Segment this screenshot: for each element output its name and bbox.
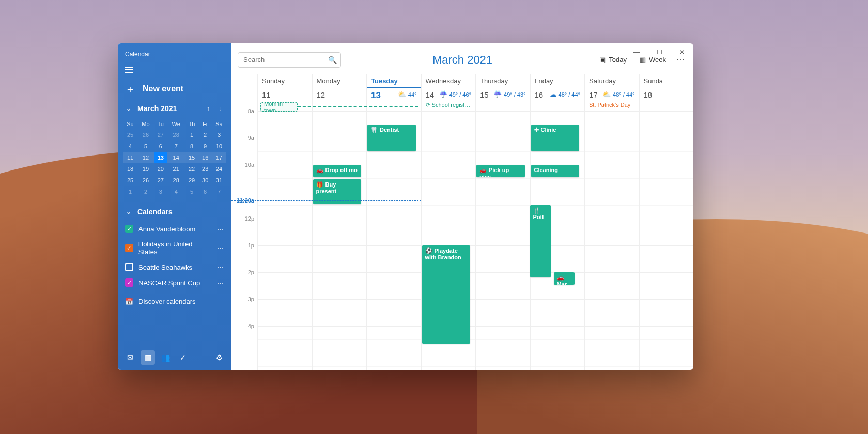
calendar-event[interactable]: 🍴Potl — [530, 205, 551, 277]
calendar-item[interactable]: ✓NASCAR Sprint Cup⋯ — [118, 275, 231, 290]
mini-day[interactable]: 1 — [185, 129, 199, 141]
mini-day[interactable]: 13 — [154, 152, 167, 163]
search-icon[interactable]: 🔍 — [328, 56, 337, 64]
next-month-button[interactable]: ↓ — [217, 105, 224, 112]
mini-day[interactable]: 27 — [154, 175, 167, 186]
mini-day[interactable]: 25 — [123, 175, 137, 186]
calendars-section-toggle[interactable]: ⌄ Calendars — [118, 203, 231, 221]
calendar-item[interactable]: ✓Holidays in United States⋯ — [118, 237, 231, 259]
mini-day[interactable]: 6 — [198, 186, 212, 197]
minimize-button[interactable]: — — [625, 43, 648, 61]
holiday-label[interactable]: ⟳ School registrati — [426, 102, 472, 109]
mini-calendar[interactable]: SuMoTuWeThFrSa25262728123456789101112131… — [118, 119, 231, 203]
mini-day[interactable]: 18 — [123, 163, 137, 175]
mini-day[interactable]: 4 — [123, 141, 137, 152]
calendar-event[interactable]: 🦷Dentist — [367, 125, 416, 151]
event-title: Dentist — [380, 127, 399, 133]
day-header: Saturday — [585, 74, 639, 88]
mini-day[interactable]: 7 — [167, 141, 185, 152]
checkbox-icon[interactable] — [125, 263, 133, 271]
hour-label: 1p — [248, 242, 254, 249]
mini-day[interactable]: 17 — [212, 152, 226, 163]
more-icon[interactable]: ⋯ — [217, 225, 224, 233]
calendar-item[interactable]: ✓Anna Vanderbloom⋯ — [118, 221, 231, 237]
discover-calendars-button[interactable]: 📅 Discover calendars — [118, 290, 231, 313]
date-number: 13 — [371, 88, 381, 101]
mini-day[interactable]: 23 — [198, 163, 212, 175]
mini-day[interactable]: 4 — [167, 186, 185, 197]
mail-icon[interactable]: ✉ — [123, 350, 137, 365]
mini-day[interactable]: 26 — [137, 175, 154, 186]
hour-label: 2p — [248, 269, 254, 275]
mini-day[interactable]: 25 — [123, 129, 137, 141]
mini-day[interactable]: 29 — [185, 175, 199, 186]
mini-day[interactable]: 6 — [154, 141, 167, 152]
mini-day[interactable]: 7 — [212, 186, 226, 197]
todo-icon[interactable]: ✓ — [176, 350, 190, 365]
new-event-label: New event — [143, 84, 183, 94]
day-column[interactable]: Monday12 — [312, 74, 367, 370]
mini-day[interactable]: 28 — [167, 129, 185, 141]
more-icon[interactable]: ⋯ — [217, 264, 224, 271]
calendar-event[interactable]: 🚗Drop off mo — [313, 165, 362, 177]
calendar-event[interactable]: ✚Clinic — [531, 125, 580, 151]
date-number: 17 — [589, 88, 598, 99]
mini-day[interactable]: 2 — [137, 186, 154, 197]
people-icon[interactable]: 👥 — [158, 350, 173, 365]
calendar-event[interactable]: Cleaning — [531, 165, 580, 177]
mini-day[interactable]: 28 — [167, 175, 185, 186]
day-column[interactable]: Saturday17⛅48° / 44°St. Patrick's Day — [584, 74, 639, 370]
event-icon: ✚ — [534, 127, 539, 133]
mini-day[interactable]: 11 — [123, 152, 137, 163]
mini-day[interactable]: 3 — [212, 129, 226, 141]
mini-day[interactable]: 14 — [167, 152, 185, 163]
search-input[interactable] — [238, 52, 341, 68]
mini-day[interactable]: 16 — [198, 152, 212, 163]
calendar-item[interactable]: Seattle Seahawks⋯ — [118, 259, 231, 275]
app-window: Calendar ＋ New event ⌄ March 2021 ↑ ↓ Su… — [118, 43, 693, 370]
mini-day[interactable]: 22 — [185, 163, 199, 175]
search-field[interactable]: 🔍 — [238, 52, 341, 68]
holiday-label[interactable]: St. Patrick's Day — [589, 102, 630, 108]
mini-day[interactable]: 8 — [185, 141, 199, 152]
mini-day[interactable]: 20 — [154, 163, 167, 175]
mini-day[interactable]: 24 — [212, 163, 226, 175]
checkbox-icon[interactable]: ✓ — [125, 244, 133, 252]
mini-day[interactable]: 10 — [212, 141, 226, 152]
chevron-down-icon[interactable]: ⌄ — [125, 105, 132, 112]
mini-day[interactable]: 2 — [198, 129, 212, 141]
maximize-button[interactable]: ☐ — [648, 43, 671, 61]
mini-day[interactable]: 26 — [137, 129, 154, 141]
mini-day[interactable]: 9 — [198, 141, 212, 152]
settings-icon[interactable]: ⚙ — [212, 350, 226, 365]
mini-day[interactable]: 3 — [154, 186, 167, 197]
more-icon[interactable]: ⋯ — [217, 279, 224, 287]
checkbox-icon[interactable]: ✓ — [125, 225, 133, 233]
mini-day[interactable]: 15 — [185, 152, 199, 163]
mini-day[interactable]: 30 — [198, 175, 212, 186]
more-icon[interactable]: ⋯ — [217, 244, 224, 252]
checkbox-icon[interactable]: ✓ — [125, 278, 133, 287]
day-column[interactable]: Sunday11 — [257, 74, 312, 370]
calendar-event[interactable]: ⚽Playdate with Brandon — [422, 245, 471, 344]
day-column[interactable]: Tuesday13⛅44° — [366, 74, 421, 370]
mini-day[interactable]: 12 — [137, 152, 154, 163]
mini-day[interactable]: 5 — [137, 141, 154, 152]
day-column[interactable]: Sunda18 — [639, 74, 694, 370]
close-button[interactable]: ✕ — [671, 43, 693, 61]
prev-month-button[interactable]: ↑ — [205, 105, 212, 112]
new-event-button[interactable]: ＋ New event — [118, 76, 231, 103]
mini-day[interactable]: 31 — [212, 175, 226, 186]
allday-event[interactable]: Mom in town — [260, 102, 298, 112]
mini-day[interactable]: 1 — [123, 186, 137, 197]
date-row: 17⛅48° / 44°St. Patrick's Day — [585, 88, 639, 111]
calendar-icon[interactable]: ▦ — [141, 350, 155, 365]
mini-day[interactable]: 27 — [154, 129, 167, 141]
mini-day[interactable]: 21 — [167, 163, 185, 175]
mini-day[interactable]: 5 — [185, 186, 199, 197]
calendar-event[interactable]: 🚗Pick up pics — [476, 165, 525, 177]
menu-icon[interactable] — [118, 63, 231, 76]
mini-day[interactable]: 19 — [137, 163, 154, 175]
calendar-event[interactable]: 🚗Mar — [554, 272, 575, 285]
day-column[interactable]: Thursday15☔49° / 43° — [475, 74, 530, 370]
